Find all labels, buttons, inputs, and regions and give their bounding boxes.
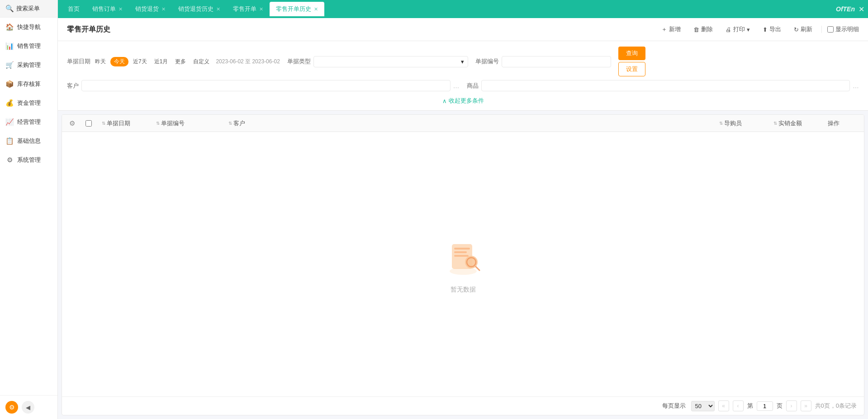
date-btn-1month[interactable]: 近1月 [152,57,171,66]
th-date-sort-icon: ⇅ [102,121,105,126]
th-no-label: 单据编号 [161,119,185,127]
date-btn-7days[interactable]: 近7天 [130,57,150,66]
print-icon: 🖨 [726,26,731,33]
sidebar-item-label: 基础信息 [17,137,41,145]
th-actions: 操作 [824,119,860,127]
th-no[interactable]: ⇅ 单据编号 [152,119,225,127]
tab-home-label: 首页 [68,5,80,13]
th-checkbox[interactable] [82,120,98,127]
collapse-filter-btn[interactable]: ∧ 收起更多条件 [441,95,486,107]
th-settings[interactable]: ⚙ [66,119,82,127]
tab-close-icon[interactable]: ✕ [161,6,166,12]
tab-home[interactable]: 首页 [62,2,86,16]
tab-retail-open[interactable]: 零售开单 ✕ [227,2,270,16]
show-detail-checkbox[interactable]: 显示明细 [827,25,859,33]
no-filter: 单据编号 [475,56,611,67]
tab-sales-return[interactable]: 销货退货 ✕ [129,2,172,16]
delete-button[interactable]: 🗑 删除 [690,24,716,35]
column-settings-icon[interactable]: ⚙ [69,119,75,127]
box-icon: 📦 [5,80,14,88]
tab-retail-open-history-label: 零售开单历史 [276,5,311,13]
th-date[interactable]: ⇅ 单据日期 [98,119,152,127]
goods-filter: 商品 … [467,80,859,91]
type-filter-label: 单据类型 [287,57,311,66]
sidebar-item-inventory[interactable]: 📦 库存核算 [0,75,57,94]
collapse-sidebar-btn[interactable]: ◀ [22,401,34,414]
filter-row-2: 客户 … 商品 … [67,80,859,91]
goods-dots[interactable]: … [853,82,859,89]
svg-rect-3 [454,251,467,253]
sidebar-item-sales-mgmt[interactable]: 📊 销售管理 [0,37,57,56]
filter-row-1: 单据日期 昨天 今天 近7天 近1月 更多 自定义 2023-06-02 至 2… [67,47,859,76]
tab-bar: 首页 销售订单 ✕ 销货退货 ✕ 销货退货历史 ✕ 零售开单 ✕ 零售开单历史 … [58,0,868,18]
tab-close-icon[interactable]: ✕ [259,6,263,12]
date-filter-label: 单据日期 [67,57,90,66]
sidebar-search[interactable]: 🔍 搜索采单 [0,0,57,18]
export-button[interactable]: ⬆ 导出 [759,24,785,35]
sidebar-search-label: 搜索采单 [16,5,40,13]
th-no-sort-icon: ⇅ [156,121,160,126]
page-title: 零售开单历史 [67,25,110,34]
th-amount[interactable]: ⇅ 实销金额 [770,119,824,127]
customer-filter-input[interactable] [81,80,451,91]
refresh-button[interactable]: ↻ 刷新 [790,24,816,35]
sidebar-item-basic-info[interactable]: 📋 基础信息 [0,132,57,151]
sidebar-item-label: 库存核算 [17,80,41,88]
tab-close-icon[interactable]: ✕ [314,6,318,12]
last-page-btn[interactable]: » [801,400,811,411]
sidebar-item-system[interactable]: ⚙ 系统管理 [0,151,57,169]
tab-retail-open-history[interactable]: 零售开单历史 ✕ [270,2,324,16]
print-button[interactable]: 🖨 打印 ▾ [722,24,754,35]
sidebar-item-operations[interactable]: 📈 经营管理 [0,113,57,132]
toolbar-divider [821,26,822,33]
th-guide[interactable]: ⇅ 导购员 [716,119,770,127]
no-filter-input[interactable] [502,56,611,67]
show-detail-input[interactable] [827,26,834,33]
settings-btn[interactable]: ⚙ [5,401,18,414]
query-button[interactable]: 查询 [618,47,645,60]
page-content: 零售开单历史 ＋ 新增 🗑 删除 🖨 打印 ▾ ⬆ 导出 [58,18,868,419]
type-select[interactable]: ▾ [313,56,468,67]
tab-sales-order[interactable]: 销售订单 ✕ [86,2,129,16]
first-page-btn[interactable]: « [718,400,729,411]
sidebar-item-label: 经营管理 [17,118,41,126]
next-page-btn[interactable]: › [786,400,797,411]
tab-close-icon[interactable]: ✕ [119,6,123,12]
goods-filter-input[interactable] [481,80,850,91]
date-btn-more[interactable]: 更多 [172,57,189,66]
show-detail-label: 显示明细 [835,25,859,33]
date-btn-today[interactable]: 今天 [110,57,128,66]
settings-button[interactable]: 设置 [618,62,645,76]
page-input[interactable] [757,401,773,411]
svg-rect-4 [454,255,469,257]
date-filter: 单据日期 昨天 今天 近7天 近1月 更多 自定义 2023-06-02 至 2… [67,57,280,66]
th-customer[interactable]: ⇅ 客户 [225,119,716,127]
date-range-display: 2023-06-02 至 2023-06-02 [216,58,280,66]
sidebar-bottom: ⚙ ◀ [0,395,57,419]
date-btn-custom[interactable]: 自定义 [190,57,212,66]
first-page-icon: « [722,403,725,409]
operations-icon: 📈 [5,118,14,126]
add-button[interactable]: ＋ 新增 [658,24,684,35]
per-page-select[interactable]: 50 10 20 100 [691,401,715,411]
tab-sales-return-history[interactable]: 销货退货历史 ✕ [172,2,227,16]
th-customer-sort-icon: ⇅ [228,121,232,126]
customer-dots[interactable]: … [453,82,460,89]
collapse-label: 收起更多条件 [449,97,484,105]
next-page-icon: › [791,403,792,409]
sidebar-item-purchase-mgmt[interactable]: 🛒 采购管理 [0,56,57,75]
search-icon: 🔍 [5,5,14,13]
date-btn-yesterday[interactable]: 昨天 [92,57,109,66]
window-close-icon[interactable]: ✕ [859,5,864,14]
svg-line-7 [476,267,479,270]
select-all-checkbox[interactable] [85,120,92,127]
tab-close-icon[interactable]: ✕ [216,6,220,12]
toolbar: ＋ 新增 🗑 删除 🖨 打印 ▾ ⬆ 导出 ↻ 刷新 [658,24,859,35]
goods-filter-label: 商品 [467,82,479,90]
sidebar: 🔍 搜索采单 🏠 快捷导航 📊 销售管理 🛒 采购管理 📦 库存核算 💰 资金管… [0,0,58,419]
prev-page-btn[interactable]: ‹ [733,400,744,411]
empty-illustration [441,235,486,280]
sidebar-item-quick-nav[interactable]: 🏠 快捷导航 [0,18,57,37]
type-select-arrow: ▾ [461,58,464,65]
sidebar-item-finance[interactable]: 💰 资金管理 [0,94,57,113]
